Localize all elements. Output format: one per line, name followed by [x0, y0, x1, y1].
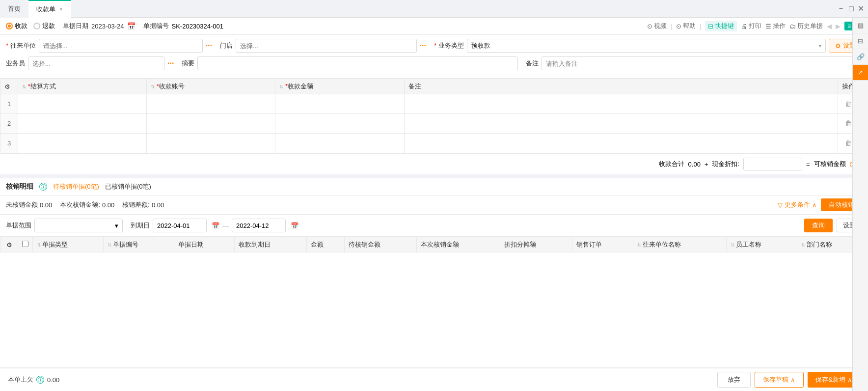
settlement-input-2[interactable]: [18, 114, 146, 133]
discount-input[interactable]: [743, 158, 802, 170]
account-cell-1[interactable]: [147, 94, 275, 114]
col-amount-label: 收款金额: [288, 83, 313, 90]
print-label: 打印: [749, 22, 761, 30]
sidebar-icon-3[interactable]: 🔗: [853, 49, 868, 65]
select-all-checkbox[interactable]: [22, 241, 28, 247]
radio-refund-label: 退款: [42, 22, 55, 30]
query-button[interactable]: 查询: [804, 219, 833, 232]
more-filter-label: 更多条件: [785, 200, 810, 209]
note-cell-1[interactable]: [404, 94, 838, 114]
settlement-cell-3[interactable]: [18, 134, 147, 153]
tab-home[interactable]: 首页: [0, 0, 28, 18]
discount-label: 现金折扣:: [712, 160, 739, 168]
radio-refund[interactable]: 退款: [33, 22, 55, 30]
col-settlement-th: ⇅ *结算方式: [18, 79, 147, 94]
account-input-3[interactable]: [147, 134, 275, 153]
doc-range-select[interactable]: ▾: [34, 219, 123, 232]
note-input[interactable]: [542, 56, 862, 70]
shortcut-label: 快捷键: [715, 22, 734, 30]
counterpart-input[interactable]: [39, 39, 203, 53]
note-cell-2[interactable]: [404, 114, 838, 134]
plus-sign: +: [705, 161, 708, 168]
staff-input[interactable]: [28, 56, 164, 70]
calendar-icon[interactable]: 📅: [127, 22, 136, 30]
settlement-cell-1[interactable]: [18, 94, 147, 114]
maximize-button[interactable]: □: [849, 4, 854, 13]
table-row: 3 🗑 ⧉: [0, 134, 868, 153]
save-arrow-icon: ∧: [847, 376, 852, 384]
staff-dots-btn[interactable]: ···: [167, 59, 174, 68]
settlement-cell-2[interactable]: [18, 114, 147, 134]
store-dots-btn[interactable]: ···: [420, 41, 426, 50]
sidebar-icon-2[interactable]: ⊟: [853, 33, 868, 49]
counterpart-dots-btn[interactable]: ···: [206, 41, 212, 50]
verif-header: 核销明细 ⓘ 待核销单据(0笔) 已核销单据(0笔): [0, 178, 868, 196]
store-input[interactable]: [236, 39, 417, 53]
table-gear-icon: ⚙: [4, 83, 10, 90]
amount-input-1[interactable]: [275, 94, 404, 113]
biz-type-label-text: 业务类型: [438, 42, 464, 49]
minimize-button[interactable]: －: [837, 3, 845, 14]
toolbar: 收款 退款 单据日期 2023-03-24 📅 单据编号 SK-20230324…: [0, 18, 868, 35]
shortcut-icon: ⊟: [708, 23, 713, 30]
btm-gear-th[interactable]: ⚙: [0, 237, 18, 252]
operation-btn[interactable]: ☰ 操作: [765, 22, 786, 30]
table-gear-th[interactable]: ⚙: [0, 79, 18, 94]
note-input-2[interactable]: [405, 114, 838, 133]
note-input-1[interactable]: [405, 94, 838, 113]
amount-cell-3[interactable]: [275, 134, 404, 153]
sidebar-icon-1[interactable]: ▤: [853, 18, 868, 33]
sidebar-icon-4[interactable]: ↗: [853, 65, 868, 81]
account-input-1[interactable]: [147, 94, 275, 113]
account-cell-2[interactable]: [147, 114, 275, 134]
btm-col-dept-label: 部门名称: [807, 241, 832, 248]
sidebar-table-icon: ▤: [858, 22, 864, 29]
history-btn[interactable]: 🗂 历史单据: [789, 22, 823, 30]
video-btn[interactable]: ⊙ 视频: [647, 22, 667, 30]
summary-input[interactable]: [197, 56, 518, 70]
biz-type-select[interactable]: 预收款 ▾: [467, 39, 826, 53]
tab-close-icon[interactable]: ×: [59, 6, 63, 13]
settlement-input-1[interactable]: [18, 94, 146, 113]
delete-icon-1[interactable]: 🗑: [845, 100, 852, 108]
date-from-input[interactable]: [153, 219, 207, 232]
amount-cell-2[interactable]: [275, 114, 404, 134]
close-button[interactable]: ✕: [858, 4, 864, 13]
print-icon: 🖨: [741, 23, 747, 30]
operation-icon: ☰: [765, 23, 771, 30]
done-tab[interactable]: 已核销单据(0笔): [105, 182, 151, 191]
btm-col-counterpart-label: 往来单位名称: [643, 241, 681, 248]
diff-stat: 核销差额: 0.00: [122, 200, 164, 209]
amount-input-2[interactable]: [275, 114, 404, 133]
doc-range-label: 单据范围: [6, 221, 31, 230]
verif-info-icon[interactable]: ⓘ: [39, 183, 47, 191]
delete-icon-2[interactable]: 🗑: [845, 119, 852, 127]
draft-button[interactable]: 保存草稿 ∧: [755, 372, 804, 388]
settlement-input-3[interactable]: [18, 134, 146, 153]
delete-icon-3[interactable]: 🗑: [845, 139, 852, 147]
note-input-3[interactable]: [405, 134, 838, 153]
radio-receipt[interactable]: 收款: [6, 22, 27, 30]
due-date-label: 到期日: [131, 221, 150, 230]
note-cell-3[interactable]: [404, 134, 838, 153]
help-btn[interactable]: ⊙ 帮助: [676, 22, 696, 30]
account-input-2[interactable]: [147, 114, 275, 133]
verif-stats: 未核销金额 0.00 本次核销金额: 0.00 核销差额: 0.00 ▽ 更多条…: [0, 196, 868, 215]
shortcut-btn[interactable]: ⊟ 快捷键: [705, 21, 737, 31]
account-cell-3[interactable]: [147, 134, 275, 153]
pending-tab[interactable]: 待核销单据(0笔): [53, 182, 99, 191]
tab-receipt[interactable]: 收款单 ×: [28, 0, 71, 18]
print-btn[interactable]: 🖨 打印: [741, 22, 761, 30]
footer-info-icon[interactable]: ⓘ: [36, 376, 44, 384]
amount-cell-1[interactable]: [275, 94, 404, 114]
biz-type-field: * 业务类型 预收款 ▾ ⚙ 设置: [434, 39, 862, 53]
btm-checkbox-th[interactable]: [18, 237, 33, 252]
btm-table: ⚙ ⇅ 单据类型 ⇅ 单据编号 单据日期: [0, 237, 868, 272]
calendar-to-icon[interactable]: 📅: [291, 222, 298, 229]
discard-button[interactable]: 放弃: [717, 372, 751, 388]
date-to-input[interactable]: [232, 219, 286, 232]
amount-input-3[interactable]: [275, 134, 404, 153]
btm-col-sale-order: 销售订单: [572, 237, 633, 252]
calendar-from-icon[interactable]: 📅: [212, 222, 219, 229]
more-filter-btn[interactable]: ▽ 更多条件 ∧: [778, 200, 817, 209]
